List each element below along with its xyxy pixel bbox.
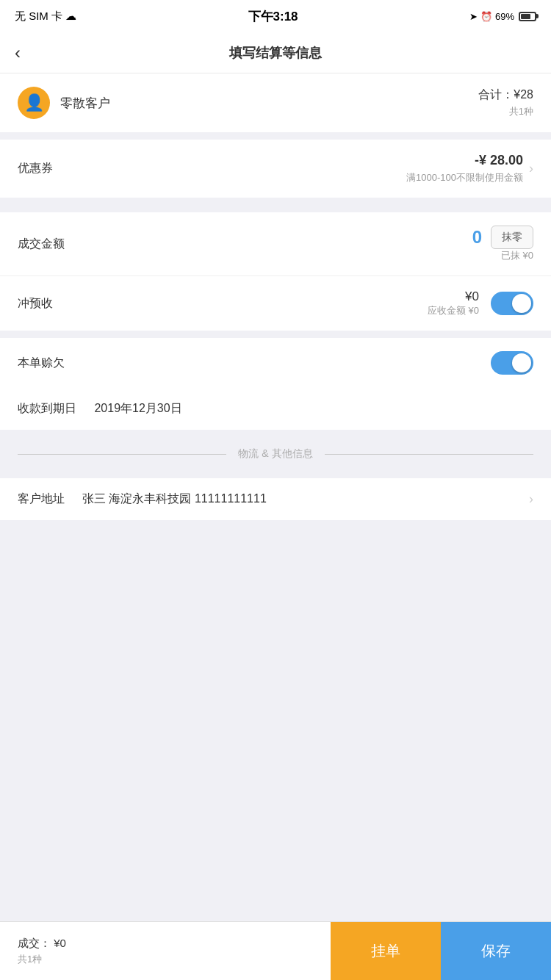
transaction-input[interactable] bbox=[394, 227, 482, 248]
page-title: 填写结算等信息 bbox=[229, 44, 322, 62]
prepay-label: 冲预收 bbox=[18, 296, 53, 311]
address-row[interactable]: 客户地址 张三 海淀永丰科技园 11111111111 › bbox=[0, 478, 551, 520]
prepay-toggle[interactable] bbox=[491, 292, 533, 315]
due-date-label: 收款到期日 bbox=[18, 402, 76, 414]
avatar-icon: 👤 bbox=[24, 93, 44, 112]
coupon-desc: 满1000-100不限制使用金额 bbox=[406, 171, 523, 184]
prepay-amount: ¥0 bbox=[465, 289, 479, 304]
alarm-icon: ⏰ bbox=[480, 11, 492, 22]
due-date-value: 2019年12月30日 bbox=[94, 402, 181, 414]
transaction-sub: 已抹 ¥0 bbox=[501, 249, 533, 262]
toggle-knob bbox=[512, 294, 531, 313]
avatar: 👤 bbox=[18, 87, 50, 119]
sim-status: 无 SIM 卡 ☁ bbox=[15, 10, 76, 24]
separator-4 bbox=[0, 471, 551, 478]
customer-summary: 合计：¥28 共1种 bbox=[478, 87, 533, 118]
coupon-label: 优惠券 bbox=[18, 161, 53, 176]
status-bar-time: 下午3:18 bbox=[248, 8, 298, 25]
address-value: 张三 海淀永丰科技园 11111111111 bbox=[82, 491, 523, 507]
pending-button[interactable]: 挂单 bbox=[331, 922, 441, 980]
battery-icon bbox=[519, 12, 536, 21]
debt-label: 本单赊欠 bbox=[18, 356, 65, 371]
debt-toggle[interactable] bbox=[491, 351, 533, 375]
transaction-right: 抹零 已抹 ¥0 bbox=[394, 226, 533, 262]
location-icon: ➤ bbox=[469, 11, 478, 22]
coupon-amount: -¥ 28.00 bbox=[475, 153, 523, 168]
prepay-amounts: ¥0 应收金额 ¥0 bbox=[428, 289, 479, 317]
back-button[interactable]: ‹ bbox=[9, 37, 26, 69]
separator-3 bbox=[0, 430, 551, 437]
nav-bar: ‹ 填写结算等信息 bbox=[0, 32, 551, 73]
divider-line-left bbox=[18, 454, 226, 455]
prepay-row: 冲预收 ¥0 应收金额 ¥0 bbox=[0, 275, 551, 331]
bottom-item-count: 共1种 bbox=[18, 953, 313, 966]
customer-total: 合计：¥28 bbox=[478, 87, 533, 103]
transaction-top: 抹零 bbox=[394, 226, 533, 249]
address-label: 客户地址 bbox=[18, 491, 65, 507]
customer-info: 👤 零散客户 bbox=[18, 87, 110, 119]
save-button[interactable]: 保存 bbox=[441, 922, 551, 980]
bottom-bar: 成交： ¥0 共1种 挂单 保存 bbox=[0, 921, 551, 980]
bottom-summary: 成交： ¥0 共1种 bbox=[0, 922, 331, 980]
debt-row: 本单赊欠 bbox=[0, 338, 551, 388]
due-date-row: 收款到期日 2019年12月30日 bbox=[0, 388, 551, 430]
status-bar-left: 无 SIM 卡 ☁ bbox=[15, 10, 76, 24]
status-bar: 无 SIM 卡 ☁ 下午3:18 ➤ ⏰ 69% bbox=[0, 0, 551, 32]
round-button[interactable]: 抹零 bbox=[491, 226, 533, 249]
divider-line-right bbox=[325, 454, 533, 455]
transaction-label: 成交金额 bbox=[18, 237, 65, 252]
status-bar-right: ➤ ⏰ 69% bbox=[469, 11, 536, 22]
customer-row: 👤 零散客户 合计：¥28 共1种 bbox=[0, 73, 551, 132]
bottom-transaction-amount: 成交： ¥0 bbox=[18, 937, 313, 951]
coupon-right: -¥ 28.00 满1000-100不限制使用金额 › bbox=[406, 153, 533, 184]
prepay-right: ¥0 应收金额 ¥0 bbox=[428, 289, 533, 317]
separator-1 bbox=[0, 205, 551, 212]
logistics-divider: 物流 & 其他信息 bbox=[0, 437, 551, 471]
customer-count: 共1种 bbox=[478, 105, 533, 118]
address-chevron-icon: › bbox=[529, 491, 533, 507]
debt-toggle-knob bbox=[512, 353, 531, 372]
battery-percent: 69% bbox=[495, 11, 514, 22]
chevron-right-icon: › bbox=[529, 161, 533, 176]
separator-5 bbox=[0, 520, 551, 527]
customer-name: 零散客户 bbox=[60, 95, 110, 112]
separator-2 bbox=[0, 331, 551, 338]
coupon-value: -¥ 28.00 满1000-100不限制使用金额 bbox=[406, 153, 523, 184]
logistics-text: 物流 & 其他信息 bbox=[238, 447, 312, 461]
prepay-sub: 应收金额 ¥0 bbox=[428, 304, 479, 317]
content: 👤 零散客户 合计：¥28 共1种 优惠券 -¥ 28.00 满1000-100… bbox=[0, 73, 551, 601]
transaction-row: 成交金额 抹零 已抹 ¥0 bbox=[0, 212, 551, 275]
coupon-row[interactable]: 优惠券 -¥ 28.00 满1000-100不限制使用金额 › bbox=[0, 140, 551, 198]
